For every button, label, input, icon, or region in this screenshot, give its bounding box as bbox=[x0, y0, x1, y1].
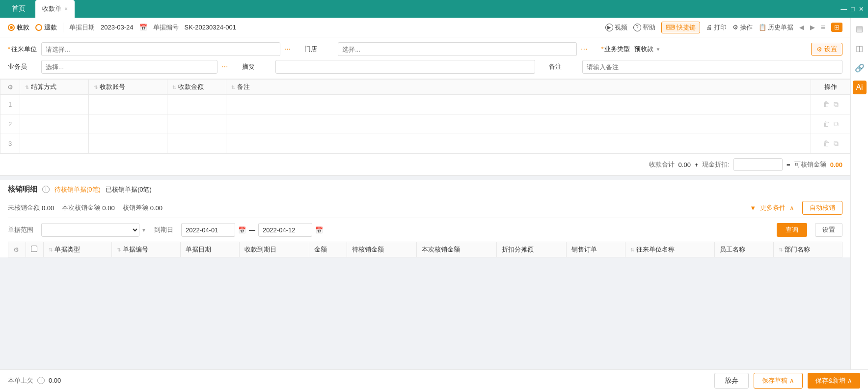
number-value: SK-20230324-001 bbox=[185, 24, 237, 31]
minimize-btn[interactable]: — bbox=[841, 5, 847, 13]
store-input[interactable] bbox=[338, 42, 577, 56]
reconcile-title: 核销明细 bbox=[8, 185, 37, 194]
row2-amount[interactable] bbox=[167, 114, 226, 134]
settings-button[interactable]: ⚙ 设置 bbox=[811, 43, 842, 56]
range-select[interactable] bbox=[41, 223, 139, 237]
close-btn[interactable]: ✕ bbox=[859, 5, 864, 13]
radio-refund-label: 退款 bbox=[44, 23, 57, 32]
video-btn[interactable]: ▶ 视频 bbox=[605, 23, 627, 32]
row1-delete-icon[interactable]: 🗑 bbox=[823, 100, 830, 109]
sidebar-table-icon[interactable]: ▤ bbox=[853, 22, 867, 35]
unreconciled-value: 0.00 bbox=[42, 204, 54, 212]
row1-account[interactable] bbox=[89, 95, 167, 114]
row3-action: 🗑 ⧉ bbox=[811, 134, 850, 154]
radio-receipt[interactable]: 收款 bbox=[8, 23, 29, 32]
row3-copy-icon[interactable]: ⧉ bbox=[834, 140, 839, 148]
counterpart-more-icon[interactable]: ··· bbox=[284, 45, 291, 54]
row2-settle[interactable] bbox=[20, 114, 89, 134]
salesperson-more-icon[interactable]: ··· bbox=[221, 62, 228, 71]
maximize-btn[interactable]: □ bbox=[851, 5, 855, 13]
row2-remark[interactable] bbox=[226, 114, 811, 134]
date-to-input[interactable] bbox=[258, 223, 312, 237]
sort-icon-remark[interactable]: ⇅ bbox=[231, 84, 235, 90]
row3-settle[interactable] bbox=[20, 134, 89, 154]
bottom-table-gear-icon[interactable]: ⚙ bbox=[13, 246, 19, 253]
th-gear-bottom: ⚙ bbox=[8, 242, 26, 257]
summary-input[interactable] bbox=[275, 60, 536, 74]
salesperson-input[interactable] bbox=[41, 60, 217, 74]
nav-prev-icon[interactable]: ◀ bbox=[799, 24, 804, 31]
store-more-icon[interactable]: ··· bbox=[581, 45, 587, 54]
row1-amount[interactable] bbox=[167, 95, 226, 114]
calendar-icon[interactable]: 📅 bbox=[139, 24, 147, 31]
summary-label: 摘要 bbox=[242, 62, 271, 71]
th-account: ⇅ 收款账号 bbox=[89, 80, 167, 95]
row3-delete-icon[interactable]: 🗑 bbox=[823, 140, 830, 148]
radio-refund[interactable]: 退款 bbox=[35, 23, 57, 32]
list-view-icon[interactable]: ≡ bbox=[821, 23, 825, 32]
counterpart-input[interactable] bbox=[41, 42, 280, 56]
row3-remark[interactable] bbox=[226, 134, 811, 154]
tab-home[interactable]: 首页 bbox=[4, 0, 33, 18]
calendar-from-icon[interactable]: 📅 bbox=[238, 226, 246, 234]
help-btn[interactable]: ? 帮助 bbox=[633, 23, 655, 32]
query-button[interactable]: 查询 bbox=[777, 223, 807, 237]
row1-remark[interactable] bbox=[226, 95, 811, 114]
bottom-settings-button[interactable]: 设置 bbox=[815, 223, 842, 237]
pending-tab[interactable]: 待核销单据(0笔) bbox=[54, 185, 101, 194]
save-new-arrow-icon[interactable]: ∧ bbox=[847, 377, 852, 384]
sidebar-ai-icon[interactable]: Ai bbox=[853, 81, 867, 94]
sort-icon-account[interactable]: ⇅ bbox=[94, 84, 98, 90]
total-label: 收款合计 bbox=[649, 160, 675, 169]
tab-active[interactable]: 收款单 × bbox=[35, 0, 75, 18]
sidebar-layout-icon[interactable]: ◫ bbox=[853, 41, 867, 55]
history-btn[interactable]: 📋 历史单据 bbox=[759, 23, 793, 32]
sort-icon-settle[interactable]: ⇅ bbox=[25, 84, 29, 90]
row2-delete-icon[interactable]: 🗑 bbox=[823, 120, 830, 128]
row1-settle[interactable] bbox=[20, 95, 89, 114]
tab-bar: 首页 收款单 × — □ ✕ bbox=[0, 0, 868, 18]
select-all-checkbox[interactable] bbox=[31, 246, 37, 252]
store-label: 门店 bbox=[304, 45, 334, 54]
save-draft-button[interactable]: 保存草稿 ∧ bbox=[754, 373, 803, 389]
print-btn[interactable]: 🖨 打印 bbox=[706, 23, 727, 32]
range-label: 单据范围 bbox=[8, 225, 33, 234]
save-draft-arrow-icon[interactable]: ∧ bbox=[789, 377, 794, 384]
reconcile-info-icon[interactable]: i bbox=[42, 186, 50, 193]
discard-button[interactable]: 放弃 bbox=[714, 373, 749, 389]
th-current-amount: 本次核销金额 bbox=[416, 242, 496, 257]
footer-right: 放弃 保存草稿 ∧ 保存&新增 ∧ bbox=[714, 373, 860, 389]
row3-amount[interactable] bbox=[167, 134, 226, 154]
done-tab[interactable]: 已核销单据(0笔) bbox=[106, 185, 152, 194]
row2-copy-icon[interactable]: ⧉ bbox=[834, 120, 839, 128]
calendar-to-icon[interactable]: 📅 bbox=[315, 226, 323, 234]
sort-icon-amount[interactable]: ⇅ bbox=[172, 84, 176, 90]
date-from-input[interactable] bbox=[181, 223, 235, 237]
row3-action-icons: 🗑 ⧉ bbox=[816, 140, 845, 148]
save-new-button[interactable]: 保存&新增 ∧ bbox=[808, 373, 860, 389]
range-dropdown-icon[interactable]: ▼ bbox=[141, 227, 146, 233]
more-conditions-btn[interactable]: ▼ 更多条件 ∧ bbox=[750, 203, 794, 212]
tab-close-icon[interactable]: × bbox=[64, 5, 68, 12]
discount-input[interactable] bbox=[733, 158, 783, 171]
chevron-up-icon: ∧ bbox=[789, 204, 794, 212]
unreconciled-label: 未核销金额 bbox=[8, 203, 40, 212]
grid-view-icon[interactable]: ⊞ bbox=[831, 23, 842, 32]
date-value: 2023-03-24 bbox=[101, 24, 134, 31]
remark-input[interactable] bbox=[582, 60, 842, 74]
sidebar-link-icon[interactable]: 🔗 bbox=[853, 61, 867, 75]
operation-btn[interactable]: ⚙ 操作 bbox=[732, 23, 753, 32]
row3-account[interactable] bbox=[89, 134, 167, 154]
row1-copy-icon[interactable]: ⧉ bbox=[834, 100, 839, 109]
th-discount: 折扣分摊额 bbox=[497, 242, 567, 257]
business-type-arrow-icon[interactable]: ▼ bbox=[655, 47, 660, 52]
number-label: 单据编号 bbox=[153, 23, 179, 32]
auto-reconcile-button[interactable]: 自动核销 bbox=[802, 201, 842, 215]
table-gear-icon[interactable]: ⚙ bbox=[7, 84, 13, 91]
this-order-info-icon[interactable]: i bbox=[37, 377, 45, 384]
row2-account[interactable] bbox=[89, 114, 167, 134]
nav-next-icon[interactable]: ▶ bbox=[810, 24, 815, 31]
reconcile-stats: 未核销金额 0.00 本次核销金额 0.00 核销差额 0.00 ▼ 更多条件 … bbox=[8, 198, 842, 218]
th-settle-method: ⇅ 结算方式 bbox=[20, 80, 89, 95]
shortcut-btn[interactable]: ⌨ 快捷键 bbox=[661, 22, 700, 33]
